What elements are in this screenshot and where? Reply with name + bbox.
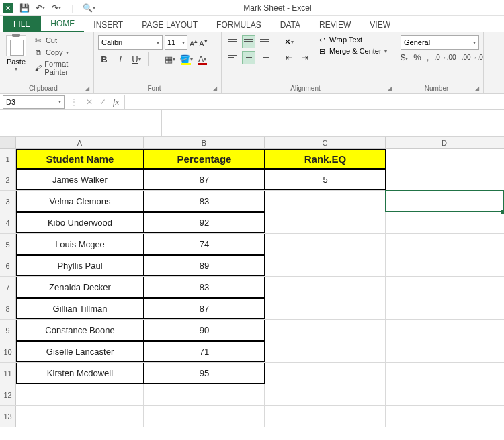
accept-formula-icon[interactable]: ✓ — [99, 97, 106, 107]
cell-pct[interactable]: 87 — [144, 169, 265, 190]
cell-rank[interactable] — [265, 234, 386, 255]
cell[interactable] — [265, 406, 386, 427]
cell[interactable] — [144, 406, 265, 427]
tab-page-layout[interactable]: PAGE LAYOUT — [132, 17, 207, 32]
worksheet-grid[interactable]: A B C D 1 Student Name Percentage Rank.E… — [0, 137, 504, 427]
col-header-a[interactable]: A — [16, 137, 144, 148]
copy-button[interactable]: ⧉Copy▾ — [32, 47, 89, 58]
row-header[interactable]: 2 — [0, 169, 16, 190]
row-header[interactable]: 10 — [0, 341, 16, 362]
border-button[interactable]: ▦▾ — [164, 52, 176, 66]
cell-d[interactable] — [386, 363, 503, 384]
bold-button[interactable]: B — [98, 52, 110, 66]
select-all-corner[interactable] — [0, 137, 16, 148]
align-middle-button[interactable] — [242, 35, 255, 48]
fill-color-button[interactable]: 🪣▾ — [180, 52, 192, 66]
cell-name[interactable]: Kibo Underwood — [16, 212, 144, 233]
underline-button[interactable]: U▾ — [130, 52, 142, 66]
percent-format-button[interactable]: % — [413, 52, 421, 62]
font-dialog-launcher[interactable]: ◢ — [213, 85, 220, 92]
col-header-d[interactable]: D — [386, 137, 503, 148]
row-header[interactable]: 4 — [0, 212, 16, 233]
decrease-indent-button[interactable]: ⇤ — [282, 51, 296, 64]
wrap-text-button[interactable]: ↩Wrap Text — [317, 35, 387, 44]
comma-format-button[interactable]: , — [427, 52, 429, 62]
row-header[interactable]: 5 — [0, 234, 16, 255]
alignment-dialog-launcher[interactable]: ◢ — [388, 85, 394, 92]
cell-rank[interactable] — [265, 277, 386, 298]
cell[interactable] — [386, 384, 503, 405]
cell-rank[interactable] — [265, 298, 386, 319]
cell-d1[interactable] — [386, 149, 503, 169]
align-bottom-button[interactable] — [258, 35, 271, 48]
cell-pct[interactable]: 74 — [144, 234, 265, 255]
cell-name[interactable]: Louis Mcgee — [16, 234, 144, 255]
decrease-decimal-button[interactable]: .00→.0 — [462, 54, 483, 61]
save-icon[interactable]: 💾 — [19, 3, 30, 13]
cell-d[interactable] — [386, 298, 503, 319]
cell-name[interactable]: Zenaida Decker — [16, 277, 144, 298]
cell-d[interactable] — [386, 234, 503, 255]
cell-rank[interactable] — [265, 341, 386, 362]
cell-rank[interactable] — [265, 320, 386, 341]
align-top-button[interactable] — [226, 35, 239, 48]
cell-rank[interactable] — [265, 255, 386, 276]
cell-rank[interactable] — [265, 363, 386, 384]
italic-button[interactable]: I — [114, 52, 126, 66]
number-format-select[interactable]: General▾ — [401, 35, 479, 50]
row-header[interactable]: 6 — [0, 255, 16, 276]
cell-rank[interactable]: 5 — [265, 169, 386, 190]
tab-review[interactable]: REVIEW — [310, 17, 360, 32]
row-header-1[interactable]: 1 — [0, 149, 16, 169]
cell[interactable] — [265, 384, 386, 405]
tab-file[interactable]: FILE — [3, 16, 41, 32]
orientation-button[interactable]: ⤭▾ — [282, 35, 296, 48]
cell-name[interactable]: Constance Boone — [16, 320, 144, 341]
cell-rank[interactable] — [265, 212, 386, 233]
cell-pct[interactable]: 90 — [144, 320, 265, 341]
tab-home[interactable]: HOME — [41, 16, 84, 32]
redo-icon[interactable]: ↷▾ — [51, 3, 62, 13]
cell-d[interactable] — [386, 255, 503, 276]
row-header[interactable]: 8 — [0, 298, 16, 319]
cell-pct[interactable]: 89 — [144, 255, 265, 276]
cell-b1[interactable]: Percentage — [144, 149, 265, 169]
row-header[interactable]: 3 — [0, 191, 16, 212]
cell-name[interactable]: Phyllis Paul — [16, 255, 144, 276]
cell-pct[interactable]: 95 — [144, 363, 265, 384]
cell-pct[interactable]: 83 — [144, 277, 265, 298]
col-header-c[interactable]: C — [265, 137, 386, 148]
cell-pct[interactable]: 87 — [144, 298, 265, 319]
align-right-button[interactable] — [258, 51, 271, 64]
tab-data[interactable]: DATA — [271, 17, 310, 32]
cell[interactable] — [144, 384, 265, 405]
font-size-select[interactable]: 11▾ — [165, 35, 187, 50]
grow-font-button[interactable]: A▴ — [190, 37, 198, 48]
cell-name[interactable]: Kirsten Mcdowell — [16, 363, 144, 384]
cell-name[interactable]: James Walker — [16, 169, 144, 190]
name-box[interactable]: D3▾ — [3, 95, 65, 109]
row-header[interactable]: 11 — [0, 363, 16, 384]
align-left-button[interactable] — [226, 51, 239, 64]
increase-indent-button[interactable]: ⇥ — [298, 51, 312, 64]
formula-input[interactable] — [125, 95, 504, 109]
paste-button[interactable]: Paste ▾ — [4, 35, 28, 77]
cell-d[interactable] — [386, 212, 503, 233]
cell-pct[interactable]: 92 — [144, 212, 265, 233]
tab-formulas[interactable]: FORMULAS — [207, 17, 271, 32]
row-header[interactable]: 7 — [0, 277, 16, 298]
cell-pct[interactable]: 71 — [144, 341, 265, 362]
paste-dropdown-icon[interactable]: ▾ — [4, 66, 28, 72]
format-painter-button[interactable]: 🖌Format Painter — [32, 59, 89, 77]
cell-name[interactable]: Gillian Tillman — [16, 298, 144, 319]
accounting-format-button[interactable]: $▾ — [401, 52, 408, 62]
cell-d[interactable] — [386, 191, 503, 212]
cell-d[interactable] — [386, 341, 503, 362]
font-color-button[interactable]: A▾ — [196, 52, 208, 66]
clipboard-dialog-launcher[interactable]: ◢ — [85, 85, 92, 92]
cell[interactable] — [16, 384, 144, 405]
cell-d[interactable] — [386, 169, 503, 190]
print-preview-icon[interactable]: 🔍▾ — [83, 3, 94, 13]
col-header-b[interactable]: B — [144, 137, 265, 148]
align-center-button[interactable] — [242, 51, 255, 64]
